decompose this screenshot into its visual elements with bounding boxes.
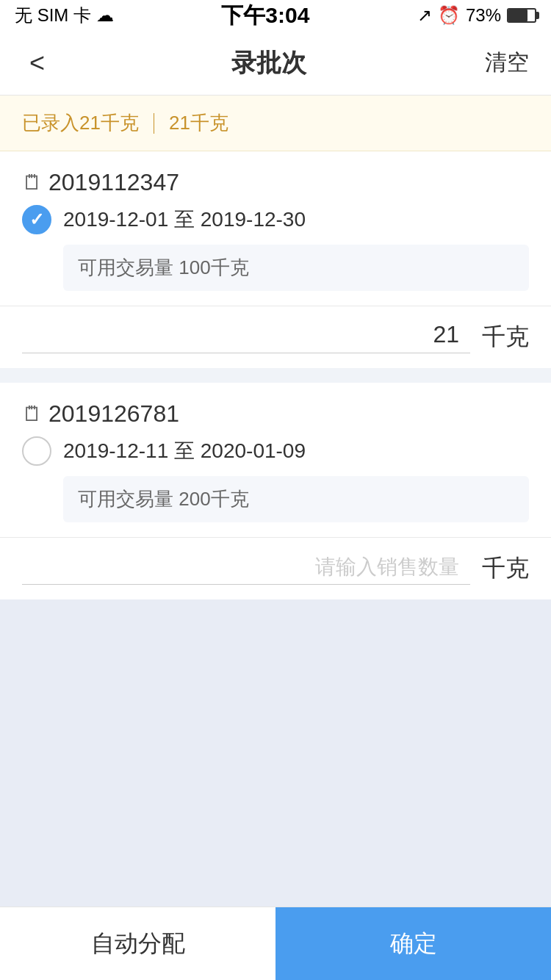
batch-doc-icon-1: 🗒 [22, 170, 43, 195]
nav-bar: < 录批次 清空 [0, 31, 551, 96]
status-right: ↗ ⏰ 73% [417, 5, 536, 26]
batch-item-1: 🗒 2019112347 2019-12-01 至 2019-12-30 可用交… [0, 151, 551, 368]
battery-icon [507, 8, 536, 23]
status-bar: 无 SIM 卡 ☁ 下午3:04 ↗ ⏰ 73% [0, 0, 551, 31]
batch-item-1-inner: 🗒 2019112347 2019-12-01 至 2019-12-30 可用交… [0, 151, 551, 306]
qty-underline-2 [22, 584, 470, 585]
qty-input-row-1: 千克 [0, 306, 551, 368]
auto-distribute-button[interactable]: 自动分配 [0, 907, 276, 980]
clear-button[interactable]: 清空 [485, 48, 529, 78]
qty-input-row-2: 千克 [0, 537, 551, 599]
batch-doc-icon-2: 🗒 [22, 402, 43, 426]
batch-id-1: 2019112347 [48, 169, 179, 196]
batch-date-1: 2019-12-01 至 2019-12-30 [63, 206, 306, 234]
summary-divider [154, 113, 154, 134]
batch-id-row-1: 🗒 2019112347 [22, 169, 529, 196]
main-content: 已录入21千克 21千克 🗒 2019112347 2019-12-01 至 2… [0, 96, 551, 980]
confirm-button[interactable]: 确定 [276, 907, 551, 980]
radio-btn-1[interactable] [22, 205, 51, 234]
qty-unit-1: 千克 [482, 321, 529, 353]
qty-input-1[interactable] [250, 321, 470, 348]
summary-label: 已录入21千克 [22, 110, 139, 136]
bottom-bar: 自动分配 确定 [0, 907, 551, 980]
batch-id-row-2: 🗒 2019126781 [22, 400, 529, 428]
location-icon: ↗ [417, 5, 432, 26]
summary-amount: 21千克 [169, 110, 228, 136]
section-divider-1 [0, 368, 551, 383]
radio-btn-2[interactable] [22, 436, 51, 466]
available-qty-1: 可用交易量 100千克 [63, 245, 529, 291]
batch-id-2: 2019126781 [48, 400, 179, 428]
qty-input-2[interactable] [250, 552, 470, 580]
battery-percent: 73% [466, 5, 501, 26]
batch-date-row-2[interactable]: 2019-12-11 至 2020-01-09 [22, 436, 529, 466]
sim-label: 无 SIM 卡 ☁ [15, 4, 114, 27]
batch-date-row-1[interactable]: 2019-12-01 至 2019-12-30 [22, 205, 529, 234]
qty-wrapper-1 [22, 321, 470, 353]
qty-unit-2: 千克 [482, 552, 529, 585]
status-left: 无 SIM 卡 ☁ [15, 4, 114, 27]
batch-date-2: 2019-12-11 至 2020-01-09 [63, 437, 306, 465]
batch-item-2-inner: 🗒 2019126781 2019-12-11 至 2020-01-09 可用交… [0, 383, 551, 537]
alarm-icon: ⏰ [438, 5, 460, 26]
qty-wrapper-2 [22, 552, 470, 585]
qty-underline-1 [22, 353, 470, 353]
back-button[interactable]: < [22, 40, 52, 86]
available-qty-2: 可用交易量 200千克 [63, 476, 529, 522]
page-title: 录批次 [231, 46, 306, 80]
summary-bar: 已录入21千克 21千克 [0, 96, 551, 151]
status-time: 下午3:04 [221, 1, 309, 31]
batch-item-2: 🗒 2019126781 2019-12-11 至 2020-01-09 可用交… [0, 383, 551, 599]
